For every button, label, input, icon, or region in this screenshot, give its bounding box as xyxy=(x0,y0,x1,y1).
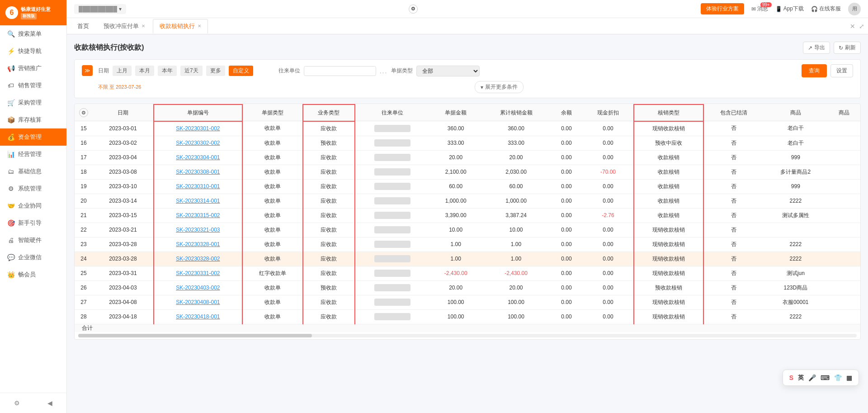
sidebar-item-销售管理[interactable]: 🏷销售管理 xyxy=(0,77,66,94)
row-doc-no[interactable]: SK-20230308-001 xyxy=(154,165,242,179)
row-amount: 3,390.00 xyxy=(429,208,482,223)
this-month-btn[interactable]: 本月 xyxy=(135,66,154,76)
row-verify-type: 收款核销 xyxy=(634,194,703,208)
row-doc-no[interactable]: SK-20230321-003 xyxy=(154,223,242,237)
row-doc-no[interactable]: SK-20230403-002 xyxy=(154,280,242,295)
sidebar-item-经营管理[interactable]: 📊经营管理 xyxy=(0,146,66,163)
th-doc-no: 单据编号 xyxy=(154,104,242,121)
footer-goods1 xyxy=(764,324,828,332)
sidebar-item-企业微信[interactable]: 💬企业微信 xyxy=(0,249,66,266)
row-doc-no[interactable]: SK-20230314-001 xyxy=(154,194,242,208)
row-verify-type: 现销收款核销 xyxy=(634,223,703,237)
partner-input[interactable] xyxy=(304,66,376,76)
messages-btn[interactable]: ✉ 消息 99+ xyxy=(751,5,768,13)
expand-more-btn[interactable]: ▾ 展开更多条件 xyxy=(475,81,524,93)
sidebar-item-营销推广[interactable]: 📢营销推广 xyxy=(0,60,66,77)
table-row: 21 2023-03-15 SK-20230315-002 收款单 应收款 ██… xyxy=(75,208,860,223)
row-biz-type: 应收款 xyxy=(303,121,355,136)
headset-icon: 🎧 xyxy=(811,6,818,12)
row-verify-type: 现销收款核销 xyxy=(634,309,703,324)
industry-btn[interactable]: 体验行业方案 xyxy=(701,3,744,14)
footer-goods2 xyxy=(828,324,860,332)
tab-close-icon[interactable]: ✕ xyxy=(142,24,145,28)
sidebar-icon: 📊 xyxy=(7,151,14,158)
sidebar-settings-icon[interactable]: ⚙ xyxy=(11,397,23,409)
row-doc-no[interactable]: SK-20230408-001 xyxy=(154,295,242,309)
doc-type-select[interactable]: 全部 收款单 xyxy=(416,66,480,76)
row-biz-type: 应收款 xyxy=(303,223,355,237)
sidebar-item-智能硬件[interactable]: 🖨智能硬件 xyxy=(0,232,66,249)
sidebar-item-资金管理[interactable]: 💰资金管理 xyxy=(0,128,66,146)
row-doc-no[interactable]: SK-20230301-002 xyxy=(154,121,242,136)
refresh-btn[interactable]: ↻ 刷新 xyxy=(834,42,861,54)
page-content: 收款核销执行(按收款) ↗ 导出 ↻ 刷新 ≫ 日期 上月 本月 xyxy=(67,34,868,413)
sidebar-item-基础信息[interactable]: 🗂基础信息 xyxy=(0,163,66,180)
row-doc-no[interactable]: SK-20230315-002 xyxy=(154,208,242,223)
sougou-mic-icon[interactable]: 🎤 xyxy=(808,374,816,381)
tab-close-icon[interactable]: ✕ xyxy=(198,24,201,28)
last-7days-btn[interactable]: 近7天 xyxy=(180,66,203,76)
row-verified: 3,387.24 xyxy=(482,208,550,223)
row-verified: 100.00 xyxy=(482,309,550,324)
sidebar-collapse-icon[interactable]: ◀ xyxy=(45,397,55,409)
filter-row-1: 日期 上月 本月 本年 近7天 更多 自定义 往来单位 ... 单据类型 全部 … xyxy=(98,64,853,77)
this-year-btn[interactable]: 本年 xyxy=(158,66,177,76)
last-month-btn[interactable]: 上月 xyxy=(113,66,132,76)
sidebar-item-企业协同[interactable]: 🤝企业协同 xyxy=(0,197,66,214)
th-settings[interactable]: ⚙ xyxy=(75,104,93,121)
row-doc-no[interactable]: SK-20230328-001 xyxy=(154,237,242,252)
row-goods2 xyxy=(828,194,860,208)
row-doc-no[interactable]: SK-20230328-002 xyxy=(154,252,242,266)
tab-首页[interactable]: 首页 xyxy=(71,19,96,33)
row-biz-type: 应收款 xyxy=(303,208,355,223)
app-download-btn[interactable]: 📱 App下载 xyxy=(775,5,804,13)
row-included: 否 xyxy=(703,121,764,136)
row-goods2 xyxy=(828,280,860,295)
more-filters-dots[interactable]: ... xyxy=(380,67,388,75)
more-date-btn[interactable]: 更多 xyxy=(206,66,225,76)
row-doc-no[interactable]: SK-20230331-002 xyxy=(154,266,242,280)
row-doc-no[interactable]: SK-20230310-001 xyxy=(154,179,242,194)
tab-收款核销执行[interactable]: 收款核销执行✕ xyxy=(153,19,208,33)
row-doc-no[interactable]: SK-20230418-001 xyxy=(154,309,242,324)
row-discount: 0.00 xyxy=(583,237,634,252)
row-doc-no[interactable]: SK-20230302-002 xyxy=(154,136,242,150)
row-biz-type: 应收款 xyxy=(303,266,355,280)
tab-预收冲应付单[interactable]: 预收冲应付单✕ xyxy=(97,19,152,33)
row-biz-type: 预收款 xyxy=(303,136,355,150)
row-doc-no[interactable]: SK-20230304-001 xyxy=(154,150,242,165)
sidebar-item-采购管理[interactable]: 🛒采购管理 xyxy=(0,94,66,111)
sougou-shirt-icon[interactable]: 👕 xyxy=(834,374,842,381)
footer-amount xyxy=(429,324,482,332)
filter-toggle-btn[interactable]: ≫ xyxy=(82,65,93,76)
row-amount: 60.00 xyxy=(429,179,482,194)
settings-filter-btn[interactable]: 设置 xyxy=(830,64,853,77)
row-doc-type: 红字收款单 xyxy=(242,266,303,280)
row-goods1: 999 xyxy=(764,150,828,165)
header-settings-icon[interactable]: ⚙ xyxy=(409,5,418,14)
sidebar-item-系统管理[interactable]: ⚙系统管理 xyxy=(0,180,66,197)
sidebar-item-新手引导[interactable]: 🎯新手引导 xyxy=(0,214,66,232)
sidebar-item-搜索菜单[interactable]: 🔍搜索菜单 xyxy=(0,25,66,43)
custom-date-btn[interactable]: 自定义 xyxy=(229,66,253,76)
sidebar-item-畅会员[interactable]: 👑畅会员 xyxy=(0,266,66,283)
row-balance: 0.00 xyxy=(550,208,583,223)
company-selector[interactable]: ██████████ ▾ xyxy=(74,4,126,14)
sidebar-item-库存核算[interactable]: 📦库存核算 xyxy=(0,111,66,128)
close-all-icon[interactable]: ✕ xyxy=(850,23,855,30)
query-btn[interactable]: 查询 xyxy=(802,64,827,77)
data-table-wrap: ⚙ 日期 单据编号 单据类型 业务类型 往来单位 单据金额 累计核销金额 余额 … xyxy=(74,104,861,340)
sougou-keyboard-icon[interactable]: ⌨ xyxy=(821,374,830,381)
row-verified: 10.00 xyxy=(482,223,550,237)
export-btn[interactable]: ↗ 导出 xyxy=(803,42,830,54)
row-goods1: 123D商品 xyxy=(764,280,828,295)
fullscreen-icon[interactable]: ⤢ xyxy=(859,23,864,30)
footer-included xyxy=(703,324,764,332)
online-service-btn[interactable]: 🎧 在线客服 xyxy=(811,5,841,13)
horizontal-scrollbar[interactable] xyxy=(78,334,857,337)
user-avatar[interactable]: 用 xyxy=(848,3,861,15)
sidebar-item-快捷导航[interactable]: ⚡快捷导航 xyxy=(0,43,66,60)
th-balance: 余额 xyxy=(550,104,583,121)
sougou-grid-icon[interactable]: ▦ xyxy=(846,374,852,381)
row-doc-type: 收款单 xyxy=(242,252,303,266)
